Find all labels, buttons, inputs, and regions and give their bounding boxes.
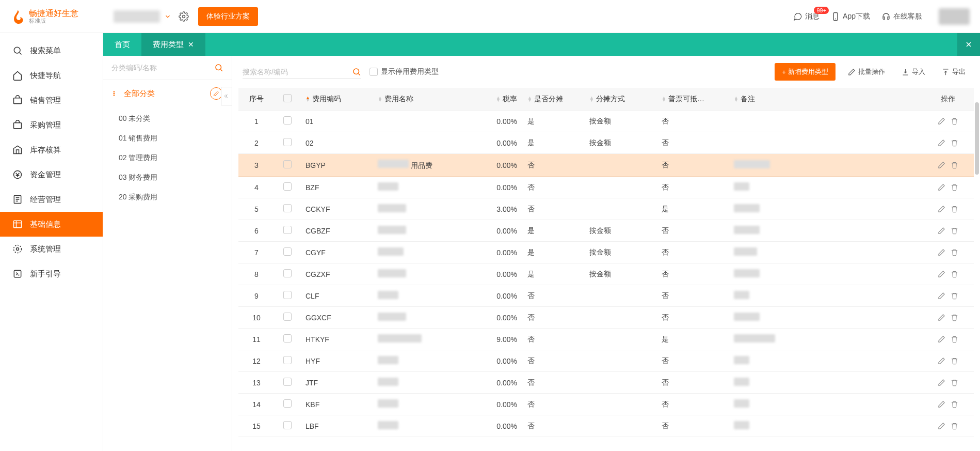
show-disabled-toggle[interactable]: 显示停用费用类型 (369, 67, 439, 76)
add-expense-type-button[interactable]: + 新增费用类型 (775, 63, 836, 81)
category-item[interactable]: 00 未分类 (103, 109, 232, 129)
cell-checkbox[interactable] (275, 285, 300, 307)
sidebar-item-biz[interactable]: 经营管理 (0, 187, 103, 212)
messages-button[interactable]: 消息 99+ (793, 12, 820, 21)
edit-icon[interactable] (938, 422, 945, 430)
delete-icon[interactable] (951, 357, 958, 365)
cell-checkbox[interactable] (275, 415, 300, 437)
gear-icon[interactable] (179, 11, 189, 22)
close-icon[interactable]: ✕ (188, 40, 194, 49)
edit-icon[interactable] (938, 314, 945, 321)
sidebar-item-base[interactable]: 基础信息 (0, 212, 103, 237)
sidebar-item-money[interactable]: 资金管理 (0, 162, 103, 187)
online-service-button[interactable]: 在线客服 (881, 12, 922, 21)
delete-icon[interactable] (951, 183, 958, 191)
delete-icon[interactable] (951, 400, 958, 408)
col-code[interactable]: ▲▼费用编码 (300, 88, 373, 111)
delete-icon[interactable] (951, 227, 958, 235)
tab-首页[interactable]: 首页 (103, 33, 141, 56)
col-alloc[interactable]: ▲▼是否分摊 (522, 88, 584, 111)
delete-icon[interactable] (951, 205, 958, 213)
cell-checkbox[interactable] (275, 177, 300, 198)
edit-icon[interactable] (938, 183, 945, 191)
category-item[interactable]: 01 销售费用 (103, 129, 232, 148)
app-download-button[interactable]: App下载 (831, 12, 870, 21)
avatar[interactable] (939, 8, 970, 25)
table-row[interactable]: 11HTKYF9.00%否是 (238, 329, 974, 350)
sidebar-item-cart[interactable]: 采购管理 (0, 113, 103, 137)
col-checkbox[interactable] (275, 88, 300, 111)
col-name[interactable]: ▲▼费用名称 (373, 88, 465, 111)
sidebar-item-home[interactable]: 快捷导航 (0, 63, 103, 88)
edit-icon[interactable] (938, 292, 945, 300)
table-row[interactable]: 3BGYP 用品费0.00%否否 (238, 154, 974, 177)
company-selector[interactable] (114, 10, 171, 23)
delete-icon[interactable] (951, 270, 958, 278)
category-all[interactable]: 全部分类 (103, 80, 232, 107)
delete-icon[interactable] (951, 314, 958, 321)
sidebar-item-stock[interactable]: 库存核算 (0, 137, 103, 162)
delete-icon[interactable] (951, 139, 958, 147)
sidebar-item-sale[interactable]: 销售管理 (0, 88, 103, 113)
edit-icon[interactable] (938, 161, 945, 169)
category-item[interactable]: 02 管理费用 (103, 148, 232, 168)
edit-icon[interactable] (938, 117, 945, 125)
search-icon[interactable] (214, 63, 223, 72)
edit-icon[interactable] (938, 379, 945, 386)
table-row[interactable]: 12HYF0.00%否否 (238, 350, 974, 372)
edit-icon[interactable] (938, 335, 945, 343)
col-seq[interactable]: 序号 (238, 88, 275, 111)
trial-button[interactable]: 体验行业方案 (198, 7, 258, 26)
table-row[interactable]: 8CGZXF0.00%是按金额否 (238, 263, 974, 285)
edit-icon[interactable] (938, 400, 945, 408)
cell-checkbox[interactable] (275, 263, 300, 285)
sidebar-item-new[interactable]: 新手引导 (0, 261, 103, 286)
table-row[interactable]: 15LBF0.00%否否 (238, 415, 974, 437)
cell-checkbox[interactable] (275, 350, 300, 372)
table-row[interactable]: 7CGYF0.00%是按金额否 (238, 242, 974, 263)
col-method[interactable]: ▲▼分摊方式 (584, 88, 656, 111)
cell-checkbox[interactable] (275, 111, 300, 132)
col-invoice[interactable]: ▲▼普票可抵… (656, 88, 729, 111)
table-row[interactable]: 6CGBZF0.00%是按金额否 (238, 220, 974, 242)
table-row[interactable]: 5CCKYF3.00%否是 (238, 198, 974, 220)
delete-icon[interactable] (951, 248, 958, 256)
edit-icon[interactable] (938, 139, 945, 147)
scrollbar[interactable] (975, 102, 979, 175)
cell-checkbox[interactable] (275, 154, 300, 177)
batch-operate-button[interactable]: 批量操作 (844, 64, 889, 80)
cell-checkbox[interactable] (275, 242, 300, 263)
cell-checkbox[interactable] (275, 132, 300, 154)
cell-checkbox[interactable] (275, 372, 300, 394)
export-button[interactable]: 导出 (938, 64, 970, 80)
table-row[interactable]: 9CLF0.00%否否 (238, 285, 974, 307)
delete-icon[interactable] (951, 335, 958, 343)
import-button[interactable]: 导入 (897, 64, 929, 80)
table-search-input[interactable] (243, 68, 352, 76)
cell-checkbox[interactable] (275, 220, 300, 242)
sidebar-item-sys[interactable]: 系统管理 (0, 237, 103, 261)
col-remark[interactable]: ▲▼备注 (729, 88, 922, 111)
table-row[interactable]: 4BZF0.00%否否 (238, 177, 974, 198)
collapse-panel-button[interactable] (221, 87, 232, 105)
sidebar-item-search[interactable]: 搜索菜单 (0, 38, 103, 63)
category-item[interactable]: 03 财务费用 (103, 168, 232, 188)
edit-icon[interactable] (938, 357, 945, 365)
edit-icon[interactable] (938, 248, 945, 256)
category-search-input[interactable] (111, 64, 214, 72)
table-row[interactable]: 10GGXCF0.00%否否 (238, 307, 974, 329)
delete-icon[interactable] (951, 117, 958, 125)
cell-checkbox[interactable] (275, 394, 300, 415)
cell-checkbox[interactable] (275, 329, 300, 350)
tab-费用类型[interactable]: 费用类型✕ (141, 33, 205, 56)
table-row[interactable]: 2020.00%是按金额否 (238, 132, 974, 154)
delete-icon[interactable] (951, 161, 958, 169)
edit-icon[interactable] (938, 205, 945, 213)
edit-icon[interactable] (938, 227, 945, 235)
category-item[interactable]: 20 采购费用 (103, 188, 232, 207)
table-row[interactable]: 1010.00%是按金额否 (238, 111, 974, 132)
table-row[interactable]: 14KBF0.00%否否 (238, 394, 974, 415)
cell-checkbox[interactable] (275, 198, 300, 220)
edit-icon[interactable] (938, 270, 945, 278)
cell-checkbox[interactable] (275, 307, 300, 329)
